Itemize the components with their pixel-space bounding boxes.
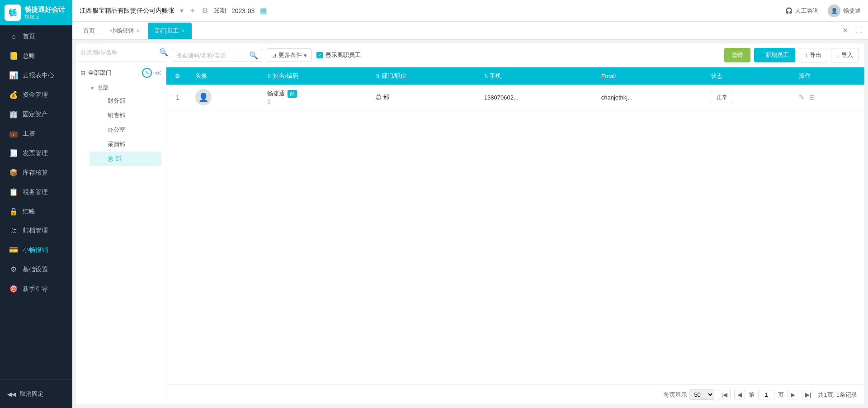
main-area: 江西服宝精品有限责任公司内账张 ▾ ＋ ⚙ 账期 2023-03 ▦ 🎧 人工咨…	[72, 0, 868, 408]
dept-edit-button[interactable]: ✎	[142, 68, 152, 78]
first-page-button[interactable]: |◀	[718, 390, 730, 399]
maximize-button[interactable]: ⛶	[854, 24, 864, 37]
logo-title: 畅捷通好会计	[24, 5, 65, 14]
col-settings[interactable]: ⚙	[166, 67, 189, 85]
employee-search-box[interactable]: 🔍	[172, 49, 262, 62]
logo-text-block: 畅捷通好会计 旗舰版	[24, 5, 65, 20]
dept-badge: 部	[288, 90, 297, 98]
sidebar-logo: 畅 畅捷通好会计 旗舰版	[0, 0, 72, 25]
employee-code: 0	[267, 99, 363, 105]
dept-left-panel: 🔍 ⊞ 全部部门 ✎ ≪ ▼ 总部	[76, 43, 166, 404]
tab-expense-close[interactable]: ×	[137, 28, 140, 34]
dept-search-input[interactable]	[80, 49, 156, 56]
sidebar-item-guide[interactable]: 🎯 新手引导	[0, 279, 72, 299]
tab-home-label: 首页	[83, 27, 95, 35]
row-dept: 总 部	[369, 85, 478, 110]
sidebar-nav: ⌂ 首页 📒 总账 📊 云报表中心 💰 资金管理 🏢 固定资产 💼 工资 🧾 发…	[0, 25, 72, 380]
per-page-select[interactable]: 50 100	[689, 389, 714, 400]
period-label: 账期	[213, 7, 226, 15]
salary-icon: 💼	[9, 129, 18, 138]
col-phone[interactable]: ⇅ 手机	[478, 67, 595, 85]
employee-table: ⚙ 头像 ⇅ 姓名/编码 ⇅ 部门/职位 ⇅	[166, 67, 864, 110]
collapse-icon[interactable]: ≪	[155, 69, 161, 76]
ledger-icon: 📒	[9, 52, 18, 60]
company-dropdown-icon[interactable]: ▾	[180, 6, 184, 15]
service-button[interactable]: 🎧 人工咨询	[785, 7, 819, 15]
tab-employees[interactable]: 部门员工 ×	[148, 23, 192, 39]
logo-subtitle: 旗舰版	[24, 14, 65, 20]
export-button[interactable]: ↑ 导出	[799, 48, 827, 62]
close-panel-button[interactable]: ✕	[840, 24, 850, 37]
sort-icon: ⇅	[484, 73, 488, 79]
user-menu[interactable]: 👤 畅捷通	[828, 5, 861, 17]
sidebar-item-expense[interactable]: 💳 小畅报销	[0, 240, 72, 260]
root-dept-item[interactable]: ▼ 总部	[90, 82, 161, 94]
import-button[interactable]: ↓ 导入	[831, 48, 859, 62]
calendar-icon[interactable]: ▦	[260, 6, 267, 15]
import-label: 导入	[841, 51, 853, 59]
sidebar: 畅 畅捷通好会计 旗舰版 ⌂ 首页 📒 总账 📊 云报表中心 💰 资金管理 🏢 …	[0, 0, 72, 408]
expense-icon: 💳	[9, 246, 18, 254]
sidebar-item-tax[interactable]: 📋 税务管理	[0, 182, 72, 202]
row-avatar: 👤	[189, 85, 261, 110]
sidebar-item-home[interactable]: ⌂ 首页	[0, 27, 72, 46]
sidebar-item-closing[interactable]: 🔒 结账	[0, 202, 72, 221]
sidebar-item-ledger[interactable]: 📒 总账	[0, 46, 72, 66]
sidebar-item-invoice[interactable]: 🧾 发票管理	[0, 143, 72, 163]
show-resigned-toggle[interactable]: ✓ 显示离职员工	[316, 51, 361, 59]
dept-tree: ⊞ 全部部门 ✎ ≪ ▼ 总部 财务部	[76, 62, 166, 404]
cancel-pin-button[interactable]: ◀◀ 取消固定	[0, 385, 72, 403]
employee-toolbar: 🔍 ⊿ 更多条件 ▾ ✓ 显示离职员工 邀请 + 新增员工 ↑ 导出	[166, 43, 864, 67]
sidebar-item-label: 税务管理	[23, 188, 48, 196]
tab-employees-close[interactable]: ×	[181, 28, 184, 34]
dept-item-head[interactable]: 总 部	[90, 152, 161, 166]
inventory-icon: 📦	[9, 168, 18, 177]
tab-home[interactable]: 首页	[76, 23, 102, 39]
sidebar-item-label: 工资	[23, 130, 35, 138]
col-dept-position[interactable]: ⇅ 部门/职位	[369, 67, 478, 85]
col-email: Email	[595, 67, 705, 85]
sidebar-item-settings[interactable]: ⚙ 基础设置	[0, 260, 72, 279]
filter-button[interactable]: ⊿ 更多条件 ▾	[267, 48, 312, 62]
all-dept-item[interactable]: ⊞ 全部部门 ✎ ≪	[76, 65, 166, 81]
prev-page-button[interactable]: ◀	[734, 390, 745, 399]
sidebar-item-reports[interactable]: 📊 云报表中心	[0, 66, 72, 85]
sidebar-item-label: 发票管理	[23, 149, 48, 157]
sidebar-item-label: 首页	[23, 33, 35, 41]
content-area: 🔍 ⊞ 全部部门 ✎ ≪ ▼ 总部	[76, 43, 864, 404]
dept-item-office[interactable]: 办公室	[90, 123, 161, 137]
filter-icon: ⊿	[272, 52, 277, 59]
next-page-button[interactable]: ▶	[788, 390, 798, 399]
sidebar-item-assets[interactable]: 🏢 固定资产	[0, 104, 72, 124]
sidebar-item-finance[interactable]: 💰 资金管理	[0, 85, 72, 104]
dept-item-sales[interactable]: 销售部	[90, 108, 161, 123]
settings-icon: ⚙	[9, 265, 18, 274]
sidebar-item-inventory[interactable]: 📦 库存核算	[0, 163, 72, 182]
chevron-down-icon: ▾	[304, 52, 307, 59]
settings-button[interactable]: ⚙	[202, 6, 208, 15]
invite-button[interactable]: 邀请	[724, 48, 750, 62]
col-name-code[interactable]: ⇅ 姓名/编码	[261, 67, 369, 85]
row-email: chanjethkj...	[595, 85, 705, 110]
home-icon: ⌂	[9, 33, 18, 41]
sidebar-item-archive[interactable]: 🗂 归档管理	[0, 221, 72, 240]
add-tab-button[interactable]: ＋	[189, 6, 196, 15]
col-actions: 操作	[793, 67, 864, 85]
archive-icon: 🗂	[9, 227, 18, 235]
search-icon[interactable]: 🔍	[249, 51, 258, 60]
all-dept-label: 全部部门	[88, 69, 112, 77]
add-employee-button[interactable]: + 新增员工	[754, 48, 795, 62]
last-page-button[interactable]: ▶|	[802, 390, 814, 399]
tab-bar: 首页 小畅报销 × 部门员工 × ✕ ⛶	[72, 22, 868, 40]
dept-item-purchase[interactable]: 采购部	[90, 137, 161, 152]
logo-icon: 畅	[5, 5, 21, 21]
edit-button[interactable]: ✎	[799, 93, 805, 101]
tab-expense[interactable]: 小畅报销 ×	[103, 23, 147, 39]
employee-search-input[interactable]	[176, 52, 246, 59]
sidebar-item-salary[interactable]: 💼 工资	[0, 124, 72, 143]
page-number-input[interactable]	[758, 390, 774, 399]
pin-icon: ◀◀	[7, 391, 16, 398]
delete-button[interactable]: ⊟	[809, 93, 815, 101]
root-dept-name: 总部	[98, 84, 108, 92]
dept-item-finance[interactable]: 财务部	[90, 94, 161, 108]
